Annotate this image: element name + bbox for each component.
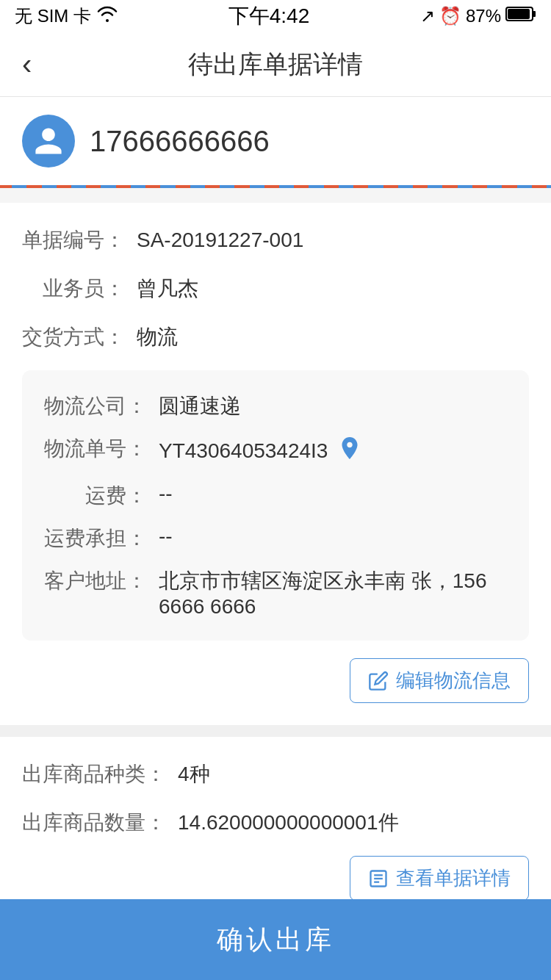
logistics-company-row: 物流公司： 圆通速递 — [44, 392, 507, 420]
goods-quantity-row: 出库商品数量： 14.620000000000001件 — [22, 807, 529, 838]
status-left: 无 SIM 卡 — [15, 4, 118, 28]
status-bar: 无 SIM 卡 下午4:42 ↗ ⏰ 87% — [0, 0, 551, 32]
freight-bearer-label: 运费承担： — [44, 525, 147, 552]
freight-label: 运费： — [44, 482, 147, 510]
customer-header: 17666666666 — [0, 97, 551, 188]
page-title: 待出库单据详情 — [66, 48, 485, 82]
address-label: 客户地址： — [44, 567, 147, 595]
address-row: 客户地址： 北京市市辖区海淀区永丰南 张，156 6666 6666 — [44, 567, 507, 619]
sales-person-label: 业务员： — [22, 273, 125, 304]
carrier-label: 无 SIM 卡 — [15, 4, 91, 28]
nav-bar: ‹ 待出库单据详情 — [0, 32, 551, 97]
goods-types-row: 出库商品种类： 4种 — [22, 759, 529, 790]
status-right: ↗ ⏰ 87% — [420, 6, 536, 26]
tracking-number-label: 物流单号： — [44, 435, 147, 463]
goods-types-label: 出库商品种类： — [22, 759, 166, 790]
confirm-label: 确认出库 — [217, 922, 334, 958]
document-icon — [368, 868, 389, 889]
edit-icon — [368, 671, 389, 691]
freight-value: -- — [147, 482, 507, 505]
sales-person-value: 曾凡杰 — [125, 273, 529, 304]
view-detail-container: 查看单据详情 — [22, 856, 529, 901]
goods-quantity-label: 出库商品数量： — [22, 807, 166, 838]
document-number-label: 单据编号： — [22, 225, 125, 256]
view-detail-label: 查看单据详情 — [396, 865, 511, 891]
freight-row: 运费： -- — [44, 482, 507, 510]
goods-quantity-value: 14.620000000000001件 — [166, 807, 529, 838]
document-number-value: SA-20191227-001 — [125, 225, 529, 256]
edit-logistics-button[interactable]: 编辑物流信息 — [350, 658, 529, 703]
tracking-number-value: YT43064053424I3 — [147, 435, 507, 467]
sales-person-row: 业务员： 曾凡杰 — [22, 273, 529, 304]
logistics-company-label: 物流公司： — [44, 392, 147, 420]
goods-types-value: 4种 — [166, 759, 529, 790]
delivery-method-row: 交货方式： 物流 — [22, 322, 529, 353]
basic-info-section: 单据编号： SA-20191227-001 业务员： 曾凡杰 交货方式： 物流 … — [0, 203, 551, 725]
avatar — [22, 115, 75, 167]
status-time: 下午4:42 — [228, 2, 310, 30]
address-value: 北京市市辖区海淀区永丰南 张，156 6666 6666 — [147, 567, 507, 619]
delivery-method-label: 交货方式： — [22, 322, 125, 353]
alarm-icon: ⏰ — [439, 6, 461, 26]
battery-label: 87% — [466, 6, 501, 26]
freight-bearer-value: -- — [147, 525, 507, 548]
tracking-location-icon[interactable] — [336, 435, 363, 467]
tracking-number-row: 物流单号： YT43064053424I3 — [44, 435, 507, 467]
wifi-icon — [97, 6, 118, 26]
section-divider — [0, 725, 551, 737]
view-detail-button[interactable]: 查看单据详情 — [350, 856, 529, 901]
svg-rect-1 — [533, 11, 536, 17]
confirm-button[interactable]: 确认出库 — [0, 899, 551, 980]
logistics-company-value: 圆通速递 — [147, 392, 507, 420]
logistics-card: 物流公司： 圆通速递 物流单号： YT43064053424I3 运费： -- … — [22, 370, 529, 641]
goods-section: 出库商品种类： 4种 出库商品数量： 14.620000000000001件 查… — [0, 737, 551, 923]
delivery-method-value: 物流 — [125, 322, 529, 353]
svg-rect-2 — [508, 9, 530, 19]
back-button[interactable]: ‹ — [22, 48, 66, 81]
battery-icon — [505, 6, 536, 26]
location-status-icon: ↗ — [420, 6, 435, 26]
document-number-row: 单据编号： SA-20191227-001 — [22, 225, 529, 256]
customer-phone: 17666666666 — [90, 125, 270, 158]
freight-bearer-row: 运费承担： -- — [44, 525, 507, 552]
edit-logistics-label: 编辑物流信息 — [396, 668, 511, 693]
edit-logistics-container: 编辑物流信息 — [22, 658, 529, 703]
